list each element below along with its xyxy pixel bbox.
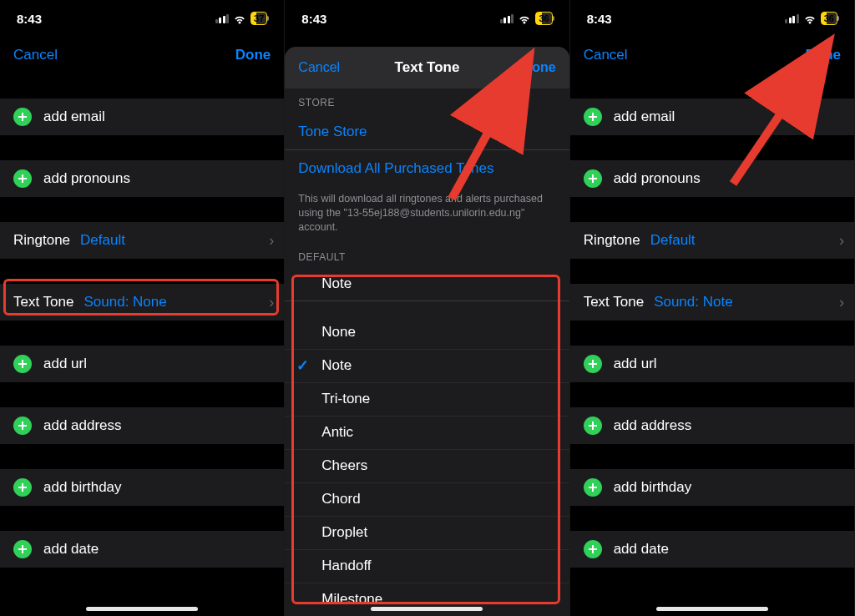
- plus-icon: [584, 417, 602, 435]
- tone-option-label: Droplet: [321, 524, 367, 541]
- status-icons: 37: [215, 12, 268, 25]
- tone-option[interactable]: Milestone: [285, 583, 569, 616]
- tone-option-label: Handoff: [321, 558, 371, 574]
- status-icons: 36: [500, 12, 553, 25]
- plus-icon: [584, 108, 602, 126]
- checkmark-icon: ✓: [296, 356, 309, 375]
- wifi-icon: [803, 13, 817, 23]
- chevron-right-icon: ›: [839, 294, 844, 311]
- text-tone-sheet: Cancel Text Tone Done STORE Tone Store D…: [285, 47, 569, 616]
- add-date-row[interactable]: add date: [570, 531, 854, 568]
- edit-contact-navbar: Cancel Done: [570, 37, 854, 73]
- ringtone-row[interactable]: Ringtone Default ›: [570, 222, 854, 259]
- status-time: 8:43: [587, 12, 612, 26]
- battery-icon: 37: [250, 12, 267, 25]
- chevron-right-icon: ›: [269, 294, 274, 311]
- tone-option[interactable]: Chord: [285, 483, 569, 517]
- add-date-row[interactable]: add date: [0, 531, 284, 568]
- download-note: This will download all ringtones and ale…: [285, 187, 569, 243]
- plus-icon: [13, 478, 32, 497]
- add-url-row[interactable]: add url: [570, 346, 854, 382]
- signal-icon: [785, 14, 799, 23]
- text-tone-value: Sound: None: [83, 294, 166, 311]
- plus-icon: [584, 169, 602, 188]
- add-email-row[interactable]: add email: [0, 98, 284, 135]
- add-address-row[interactable]: add address: [0, 407, 284, 444]
- battery-icon: 36: [535, 12, 552, 25]
- cancel-button[interactable]: Cancel: [298, 60, 340, 75]
- add-pronouns-row[interactable]: add pronouns: [0, 160, 284, 197]
- phone-screen-3: 8:43 36 Cancel Done add email add pronou…: [570, 0, 855, 616]
- add-birthday-label: add birthday: [614, 479, 692, 496]
- text-tone-row[interactable]: Text Tone Sound: None ›: [0, 284, 284, 321]
- signal-icon: [215, 14, 230, 23]
- phone-screen-1: 8:43 37 Cancel Done add email add pronou…: [0, 0, 285, 616]
- text-tone-label: Text Tone: [584, 294, 644, 311]
- done-button[interactable]: Done: [523, 60, 556, 75]
- add-email-row[interactable]: add email: [570, 98, 854, 135]
- add-birthday-row[interactable]: add birthday: [570, 469, 854, 506]
- plus-icon: [584, 478, 602, 497]
- ringtone-row[interactable]: Ringtone Default ›: [0, 222, 284, 259]
- add-birthday-label: add birthday: [43, 479, 122, 496]
- tone-option[interactable]: None: [285, 316, 569, 350]
- sheet-navbar: Cancel Text Tone Done: [285, 47, 569, 88]
- home-indicator: [371, 607, 483, 611]
- ringtone-label: Ringtone: [13, 232, 70, 249]
- signal-icon: [500, 14, 514, 23]
- tone-option[interactable]: ✓Note: [285, 350, 569, 383]
- home-indicator: [656, 607, 768, 611]
- status-time: 8:43: [17, 12, 42, 26]
- text-tone-row[interactable]: Text Tone Sound: Note ›: [570, 284, 854, 321]
- cancel-button[interactable]: Cancel: [584, 47, 628, 63]
- store-section-header: STORE: [285, 88, 569, 114]
- phone-screen-2: 8:43 36 Cancel Text Tone Done STORE Tone…: [285, 0, 569, 616]
- add-email-label: add email: [614, 109, 675, 125]
- tone-option-label: Tri-tone: [321, 391, 370, 407]
- wifi-icon: [233, 13, 246, 23]
- plus-icon: [13, 108, 32, 126]
- sheet-body[interactable]: STORE Tone Store Download All Purchased …: [285, 88, 569, 616]
- add-address-row[interactable]: add address: [570, 407, 854, 444]
- plus-icon: [584, 355, 602, 373]
- cancel-button[interactable]: Cancel: [13, 47, 58, 63]
- done-button[interactable]: Done: [805, 47, 841, 63]
- plus-icon: [13, 355, 32, 373]
- default-tone-row[interactable]: Note: [285, 268, 569, 301]
- text-tone-label: Text Tone: [13, 294, 73, 311]
- add-address-label: add address: [43, 417, 122, 434]
- ringtone-value: Default: [80, 232, 125, 249]
- add-url-label: add url: [614, 356, 657, 372]
- add-date-label: add date: [43, 541, 99, 558]
- tone-option-label: Milestone: [321, 591, 382, 608]
- status-bar: 8:43 36: [285, 0, 569, 37]
- edit-contact-navbar: Cancel Done: [0, 37, 284, 73]
- plus-icon: [584, 540, 602, 558]
- tone-option-label: Note: [321, 357, 352, 374]
- tone-option[interactable]: Antic: [285, 417, 569, 450]
- default-section-header: DEFAULT: [285, 243, 569, 268]
- ringtone-value: Default: [650, 232, 696, 249]
- tone-option[interactable]: Cheers: [285, 450, 569, 483]
- add-address-label: add address: [614, 417, 692, 434]
- wifi-icon: [518, 13, 531, 23]
- add-date-label: add date: [614, 541, 669, 558]
- add-url-row[interactable]: add url: [0, 346, 284, 382]
- download-all-link[interactable]: Download All Purchased Tones: [285, 150, 569, 187]
- home-indicator: [86, 607, 198, 611]
- plus-icon: [13, 540, 32, 558]
- tone-option[interactable]: Handoff: [285, 550, 569, 583]
- add-pronouns-row[interactable]: add pronouns: [570, 160, 854, 197]
- add-birthday-row[interactable]: add birthday: [0, 469, 284, 506]
- tone-store-link[interactable]: Tone Store: [285, 114, 569, 150]
- status-time: 8:43: [301, 12, 326, 26]
- ringtone-label: Ringtone: [584, 232, 640, 249]
- plus-icon: [13, 169, 32, 188]
- tone-option[interactable]: Droplet: [285, 517, 569, 550]
- add-url-label: add url: [43, 356, 87, 372]
- done-button[interactable]: Done: [235, 47, 271, 63]
- tone-list: None✓NoteTri-toneAnticCheersChordDroplet…: [285, 316, 569, 616]
- tone-option[interactable]: Tri-tone: [285, 383, 569, 417]
- chevron-right-icon: ›: [839, 232, 844, 250]
- status-bar: 8:43 36: [570, 0, 854, 37]
